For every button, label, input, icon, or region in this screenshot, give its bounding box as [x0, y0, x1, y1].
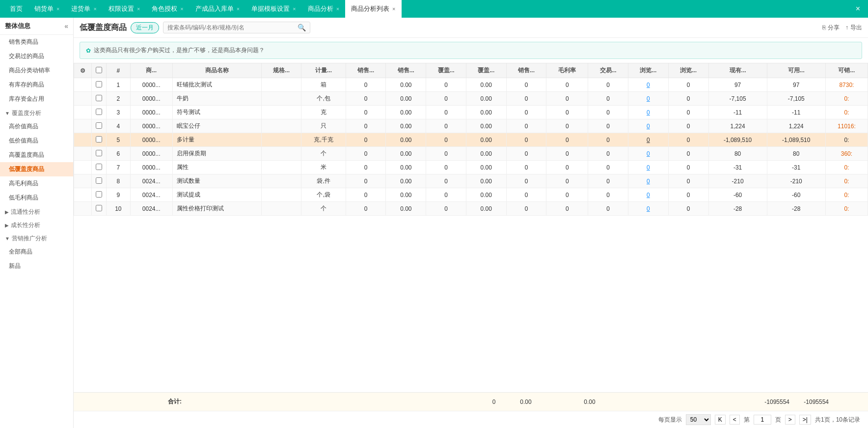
row-checkbox[interactable]	[92, 174, 107, 188]
close-permissions-tab[interactable]: ×	[137, 6, 140, 12]
row-current-stock: -7,105	[708, 92, 767, 106]
row-browse1[interactable]: 0	[628, 119, 669, 133]
sidebar-item-high-profit[interactable]: 高毛利商品	[0, 176, 73, 191]
page-number-input[interactable]	[754, 415, 771, 425]
sidebar-item-high-coverage[interactable]: 高覆盖度商品	[0, 148, 73, 162]
close-product-analysis-tab[interactable]: ×	[336, 6, 339, 12]
row-checkbox[interactable]	[92, 78, 107, 92]
row-select-checkbox[interactable]	[96, 81, 102, 87]
share-button[interactable]: ⎘ 分享	[822, 24, 840, 32]
row-checkbox[interactable]	[92, 147, 107, 161]
close-template-tab[interactable]: ×	[293, 6, 296, 12]
nav-tab-product-analysis-list[interactable]: 商品分析列表 ×	[345, 0, 401, 18]
first-page-button[interactable]: K	[715, 415, 726, 425]
close-product-analysis-list-tab[interactable]: ×	[392, 6, 395, 12]
row-settings[interactable]	[74, 188, 92, 202]
nav-tab-product-entry[interactable]: 产成品入库单 ×	[190, 0, 245, 18]
row-browse1[interactable]: 0	[628, 133, 669, 147]
row-browse1[interactable]: 0	[628, 202, 669, 216]
close-purchase-tab[interactable]: ×	[93, 6, 96, 12]
row-settings[interactable]	[74, 92, 92, 106]
row-checkbox[interactable]	[92, 106, 107, 119]
row-settings[interactable]	[74, 161, 92, 174]
row-sales-amt: 0.00	[386, 106, 426, 119]
sidebar-item-stock-occupation[interactable]: 库存资金占用	[0, 92, 73, 106]
current-page-label: 第	[744, 416, 750, 424]
sidebar-item-new-goods[interactable]: 新品	[0, 259, 73, 273]
row-select-checkbox[interactable]	[96, 109, 102, 115]
sidebar-section-growth[interactable]: ▶ 成长性分析	[0, 218, 73, 231]
sidebar-item-all-goods[interactable]: 全部商品	[0, 245, 73, 259]
column-settings[interactable]: ⚙	[74, 63, 92, 78]
next-page-button[interactable]: >	[785, 415, 795, 425]
row-browse1[interactable]: 0	[628, 147, 669, 161]
row-settings[interactable]	[74, 174, 92, 188]
search-input[interactable]	[167, 24, 296, 31]
close-product-entry-tab[interactable]: ×	[237, 6, 240, 12]
sidebar-item-in-stock[interactable]: 有库存的商品	[0, 78, 73, 92]
row-browse1[interactable]: 0	[628, 161, 669, 174]
row-select-checkbox[interactable]	[96, 136, 102, 143]
row-select-checkbox[interactable]	[96, 205, 102, 211]
row-browse2: 0	[668, 133, 708, 147]
sidebar-section-coverage[interactable]: ▼ 覆盖度分析	[0, 106, 73, 119]
row-select-checkbox[interactable]	[96, 177, 102, 184]
nav-tab-role-auth[interactable]: 角色授权 ×	[146, 0, 189, 18]
sidebar-collapse-button[interactable]: «	[64, 22, 68, 30]
row-browse1[interactable]: 0	[628, 106, 669, 119]
prev-page-button[interactable]: <	[730, 415, 740, 425]
close-role-auth-tab[interactable]: ×	[180, 6, 183, 12]
row-select-checkbox[interactable]	[96, 164, 102, 170]
sidebar-item-goods-move[interactable]: 商品分类动销率	[0, 63, 73, 78]
page-size-select[interactable]: 50 20 100 200	[686, 414, 711, 425]
close-sales-tab[interactable]: ×	[56, 6, 59, 12]
table-row: 7 0000... 属性 米 0 0.00 0 0.00 0 0 0 0 0 -…	[74, 161, 868, 174]
nav-tab-template[interactable]: 单据模板设置 ×	[245, 0, 301, 18]
filter-recent-month-button[interactable]: 近一月	[131, 22, 159, 33]
last-page-button[interactable]: >|	[799, 415, 811, 425]
row-settings[interactable]	[74, 147, 92, 161]
sidebar-item-sales-goods[interactable]: 销售类商品	[0, 35, 73, 49]
nav-tab-permissions[interactable]: 权限设置 ×	[103, 0, 146, 18]
row-browse1[interactable]: 0	[628, 78, 669, 92]
row-transaction: 0	[588, 78, 628, 92]
search-icon[interactable]: 🔍	[298, 24, 306, 31]
row-select-checkbox[interactable]	[96, 150, 102, 156]
row-browse1[interactable]: 0	[628, 188, 669, 202]
sidebar-item-traded-goods[interactable]: 交易过的商品	[0, 49, 73, 63]
sidebar-section-promotion[interactable]: ▼ 营销推广分析	[0, 231, 73, 245]
row-select-checkbox[interactable]	[96, 122, 102, 129]
sidebar-section-flow[interactable]: ▶ 流通性分析	[0, 205, 73, 218]
nav-tab-sales[interactable]: 销货单 ×	[28, 0, 65, 18]
row-select-checkbox[interactable]	[96, 191, 102, 198]
row-settings[interactable]	[74, 78, 92, 92]
row-sellable: 0:	[825, 133, 868, 147]
nav-tab-home[interactable]: 首页	[4, 0, 28, 18]
row-transaction: 0	[588, 147, 628, 161]
nav-tab-purchase[interactable]: 进货单 ×	[65, 0, 102, 18]
sidebar-item-low-profit[interactable]: 低毛利商品	[0, 191, 73, 205]
row-settings[interactable]	[74, 106, 92, 119]
row-settings[interactable]	[74, 202, 92, 216]
row-checkbox[interactable]	[92, 161, 107, 174]
sidebar-item-low-value[interactable]: 低价值商品	[0, 134, 73, 148]
totals-sales-amt: 0.00	[509, 396, 543, 408]
column-checkbox[interactable]	[92, 63, 107, 78]
sidebar-item-low-coverage[interactable]: 低覆盖度商品	[0, 162, 73, 176]
window-close-button[interactable]: ×	[852, 4, 864, 13]
row-settings[interactable]	[74, 119, 92, 133]
row-select-checkbox[interactable]	[96, 95, 102, 101]
row-browse1[interactable]: 0	[628, 174, 669, 188]
row-checkbox[interactable]	[92, 188, 107, 202]
select-all-checkbox[interactable]	[96, 67, 102, 73]
row-checkbox[interactable]	[92, 133, 107, 147]
export-button[interactable]: ↑ 导出	[845, 24, 862, 32]
row-browse1[interactable]: 0	[628, 92, 669, 106]
nav-tab-product-analysis[interactable]: 商品分析 ×	[302, 0, 345, 18]
row-checkbox[interactable]	[92, 92, 107, 106]
row-checkbox[interactable]	[92, 119, 107, 133]
sidebar-item-high-value[interactable]: 高价值商品	[0, 119, 73, 134]
row-settings[interactable]	[74, 133, 92, 147]
column-gross-margin: 毛利率	[546, 63, 588, 78]
row-checkbox[interactable]	[92, 202, 107, 216]
